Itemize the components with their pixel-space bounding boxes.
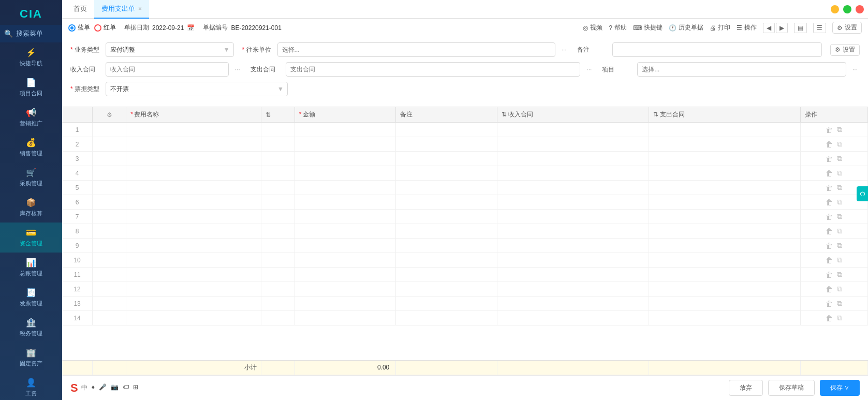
project-dots[interactable]: ··· <box>850 66 860 73</box>
action-help[interactable]: ? 帮助 <box>609 23 627 32</box>
row-expense-contract-14[interactable] <box>649 311 800 325</box>
icon-camera[interactable]: 📷 <box>111 383 119 392</box>
row-expense-8[interactable] <box>126 224 261 239</box>
row-expense-contract-3[interactable] <box>649 152 800 166</box>
row-expense-10[interactable] <box>126 253 261 268</box>
business-type-select[interactable]: 应付调整 <box>106 42 234 57</box>
list-view-btn[interactable]: ☰ <box>813 23 826 33</box>
row-delete-9[interactable]: 🗑 <box>826 242 833 250</box>
row-delete-14[interactable]: 🗑 <box>826 314 833 322</box>
row-income-1[interactable] <box>497 123 649 137</box>
income-contract-input[interactable] <box>106 62 229 77</box>
row-expense-contract-4[interactable] <box>649 166 800 181</box>
row-note-12[interactable] <box>396 282 497 297</box>
discard-button[interactable]: 放弃 <box>729 380 763 396</box>
action-video[interactable]: ◎ 视频 <box>583 23 602 32</box>
row-note-8[interactable] <box>396 224 497 239</box>
action-more[interactable]: ☰ 操作 <box>737 23 757 32</box>
col-gear-header[interactable]: ⚙ <box>93 107 126 123</box>
action-shortcut[interactable]: ⌨ 快捷键 <box>633 23 663 32</box>
date-value[interactable]: 2022-09-21 <box>152 24 184 32</box>
sidebar-item-7[interactable]: 📊总账管理 <box>0 253 62 283</box>
sidebar-item-2[interactable]: 📢营销推广 <box>0 102 62 132</box>
sidebar-item-11[interactable]: 👤工资 <box>0 373 62 400</box>
row-delete-12[interactable]: 🗑 <box>826 285 833 293</box>
row-expense-9[interactable] <box>126 239 261 253</box>
form-settings-button[interactable]: ⚙ 设置 <box>830 44 860 56</box>
sidebar-item-5[interactable]: 📦库存核算 <box>0 192 62 223</box>
row-note-10[interactable] <box>396 253 497 268</box>
action-print[interactable]: 🖨 打印 <box>710 23 730 32</box>
radio-red[interactable]: 红单 <box>94 23 116 32</box>
row-expense-7[interactable] <box>126 210 261 224</box>
partner-input[interactable] <box>277 42 555 57</box>
row-amount-2[interactable] <box>295 137 395 152</box>
row-expense-contract-5[interactable] <box>649 181 800 195</box>
row-amount-11[interactable] <box>295 268 395 282</box>
row-amount-12[interactable] <box>295 282 395 297</box>
tab-1[interactable]: 费用支出单× <box>94 0 149 19</box>
row-expense-14[interactable] <box>126 311 261 325</box>
income-contract-dots[interactable]: ··· <box>233 66 242 73</box>
sidebar-item-4[interactable]: 🛒采购管理 <box>0 162 62 192</box>
sidebar-search[interactable]: 🔍 搜索菜单 <box>0 25 62 42</box>
icon-grid[interactable]: ⊞ <box>133 383 138 392</box>
row-income-4[interactable] <box>497 166 649 181</box>
row-expense-contract-10[interactable] <box>649 253 800 268</box>
row-copy-5[interactable]: ⧉ <box>837 183 842 192</box>
row-income-9[interactable] <box>497 239 649 253</box>
teal-side-tab[interactable]: C <box>857 186 868 201</box>
row-delete-6[interactable]: 🗑 <box>826 198 833 206</box>
row-delete-5[interactable]: 🗑 <box>826 184 833 192</box>
row-delete-4[interactable]: 🗑 <box>826 169 833 177</box>
row-expense-contract-1[interactable] <box>649 123 800 137</box>
sidebar-item-8[interactable]: 🧾发票管理 <box>0 283 62 313</box>
row-income-6[interactable] <box>497 195 649 210</box>
row-delete-11[interactable]: 🗑 <box>826 271 833 279</box>
row-expense-contract-7[interactable] <box>649 210 800 224</box>
row-note-6[interactable] <box>396 195 497 210</box>
row-delete-13[interactable]: 🗑 <box>826 300 833 308</box>
row-note-3[interactable] <box>396 152 497 166</box>
number-value[interactable]: BE-20220921-001 <box>231 24 281 32</box>
icon-zhong[interactable]: 中 <box>81 383 87 392</box>
row-expense-contract-6[interactable] <box>649 195 800 210</box>
icon-mic[interactable]: 🎤 <box>99 383 107 392</box>
radio-blue[interactable]: 蓝单 <box>68 23 90 32</box>
row-copy-12[interactable]: ⧉ <box>837 285 842 293</box>
sidebar-item-1[interactable]: 📄项目合同 <box>0 72 62 102</box>
row-copy-13[interactable]: ⧉ <box>837 299 842 308</box>
row-amount-14[interactable] <box>295 311 395 325</box>
row-income-12[interactable] <box>497 282 649 297</box>
row-expense-contract-9[interactable] <box>649 239 800 253</box>
row-income-7[interactable] <box>497 210 649 224</box>
row-copy-9[interactable]: ⧉ <box>837 241 842 250</box>
row-amount-8[interactable] <box>295 224 395 239</box>
prev-arrow[interactable]: ◀ <box>763 23 775 33</box>
calendar-icon[interactable]: 📅 <box>187 24 195 32</box>
row-note-7[interactable] <box>396 210 497 224</box>
row-income-14[interactable] <box>497 311 649 325</box>
row-amount-5[interactable] <box>295 181 395 195</box>
row-delete-10[interactable]: 🗑 <box>826 256 833 264</box>
settings-button[interactable]: ⚙ 设置 <box>832 22 862 34</box>
row-expense-contract-13[interactable] <box>649 297 800 311</box>
grid-view-btn[interactable]: ▤ <box>794 23 807 33</box>
maximize-button[interactable] <box>843 5 851 13</box>
row-income-8[interactable] <box>497 224 649 239</box>
row-amount-9[interactable] <box>295 239 395 253</box>
row-income-2[interactable] <box>497 137 649 152</box>
row-delete-2[interactable]: 🗑 <box>826 140 833 149</box>
row-amount-3[interactable] <box>295 152 395 166</box>
invoice-type-select[interactable]: 不开票 <box>106 82 288 96</box>
tab-close-1[interactable]: × <box>138 5 142 12</box>
row-income-10[interactable] <box>497 253 649 268</box>
row-expense-contract-11[interactable] <box>649 268 800 282</box>
close-button[interactable] <box>856 5 864 13</box>
row-expense-6[interactable] <box>126 195 261 210</box>
row-amount-4[interactable] <box>295 166 395 181</box>
row-copy-6[interactable]: ⧉ <box>837 198 842 206</box>
row-amount-1[interactable] <box>295 123 395 137</box>
row-expense-12[interactable] <box>126 282 261 297</box>
row-expense-contract-8[interactable] <box>649 224 800 239</box>
